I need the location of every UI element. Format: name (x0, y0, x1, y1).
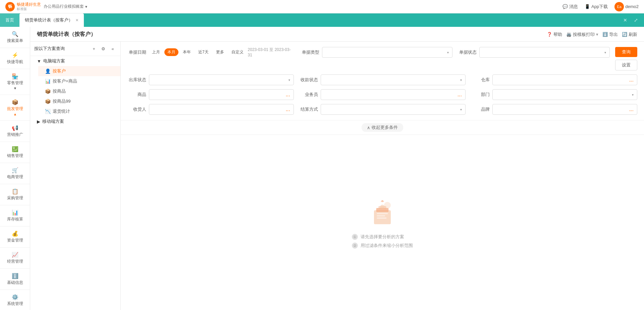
tree-item-by-customer[interactable]: 👤 按客户 (38, 66, 120, 76)
doc-type-select[interactable]: ▾ (322, 47, 452, 58)
tab-home[interactable]: 首页 (0, 13, 19, 27)
date-btn-last-7[interactable]: 近7天 (195, 48, 212, 56)
date-btn-this-year[interactable]: 本年 (180, 48, 194, 56)
sidebar-item-inventory[interactable]: 📊 库存核算 (0, 205, 30, 226)
pay-status-label: 收款状态 (299, 77, 318, 83)
filter-brand: 品牌 ... (471, 104, 637, 115)
add-scheme-button[interactable]: + (90, 45, 98, 52)
tree-group-pc: ▼ 电脑端方案 👤 按客户 📊 按客户+商品 (30, 56, 120, 116)
brand-dots[interactable]: ... (629, 106, 634, 112)
scheme-settings-button[interactable]: ⚙ (100, 45, 107, 52)
filter-goods: 商品 ... (127, 89, 294, 100)
download-icon: 📱 (585, 4, 590, 9)
tab-expand-button[interactable]: ⤢ (632, 16, 640, 24)
tab-sales-stats[interactable]: 销货单统计表（按客户） ✕ (19, 13, 84, 27)
tab-close-all-button[interactable]: ✕ (621, 16, 629, 24)
sidebar-item-basic-info[interactable]: ℹ️ 基础信息 (0, 269, 30, 290)
warehouse-dots[interactable]: ... (629, 77, 634, 83)
filter-pay-status: 收款状态 ▾ (299, 74, 466, 85)
goods-select[interactable]: ... (149, 89, 294, 100)
sidebar-item-finance[interactable]: 💰 资金管理 (0, 226, 30, 248)
logo-area: 畅 畅捷通好生意 标准版 (5, 2, 41, 11)
collapse-up-icon: ∧ (367, 125, 370, 130)
refresh-button[interactable]: 🔄 刷新 (622, 32, 637, 38)
warehouse-select[interactable]: ... (492, 74, 637, 85)
department-select[interactable]: ▾ (492, 89, 637, 100)
collapse-button[interactable]: ∧ 收起更多条件 (362, 123, 403, 132)
return-icon: 📉 (45, 109, 51, 114)
tab-bar-actions: ✕ ⤢ (621, 16, 644, 24)
sidebar-item-wholesale-mgmt[interactable]: 📦 批发管理 ▴ (0, 95, 30, 121)
sidebar-item-marketing[interactable]: 📢 营销推广 (0, 121, 30, 142)
filter-row-2: 出库状态 ▾ 收款状态 ▾ (127, 74, 637, 85)
message-button[interactable]: 💬 消息 (562, 4, 578, 10)
user-profile[interactable]: Ea demo2 (614, 2, 639, 11)
help-button[interactable]: ❓ 帮助 (547, 32, 562, 38)
consignee-label: 收货人 (127, 106, 146, 112)
ecommerce-icon: 🛒 (3, 167, 27, 173)
hint-num-1: ① (352, 234, 358, 240)
sidebar-item-system[interactable]: ⚙️ 系统管理 (0, 290, 30, 310)
app-download-button[interactable]: 📱 App下载 (585, 4, 608, 10)
settings-button[interactable]: 设置 (615, 60, 637, 70)
sidebar-item-search-menu[interactable]: 🔍 搜索菜单 (0, 27, 30, 48)
filter-salesperson: 业务员 ... (299, 89, 466, 100)
brand-select[interactable]: ... (492, 104, 637, 115)
template-print-button[interactable]: 🖨️ 按模板打印 ▾ (566, 32, 598, 38)
pay-status-select[interactable]: ▾ (321, 74, 466, 85)
filter-department: 部门 ▾ (471, 89, 637, 100)
goods-dots[interactable]: ... (286, 92, 290, 98)
system-icon: ⚙️ (3, 294, 27, 300)
date-btn-last-month[interactable]: 上月 (149, 48, 163, 56)
tab-close-icon[interactable]: ✕ (75, 18, 78, 22)
customer-goods-icon: 📊 (45, 79, 51, 84)
payment-method-select[interactable]: ▾ (321, 104, 466, 115)
left-panel-header: 按以下方案查询 + ⚙ « (30, 42, 120, 56)
tree-item-by-goods[interactable]: 📦 按商品 (38, 86, 120, 96)
tree-item-return-stats[interactable]: 📉 退货统计 (38, 106, 120, 116)
salesperson-dots[interactable]: ... (458, 92, 462, 98)
doc-type-label: 单据类型 (301, 49, 319, 55)
export-button[interactable]: ⬇️ 导出 (602, 32, 618, 38)
out-status-select[interactable]: ▾ (149, 74, 294, 85)
doc-status-arrow: ▾ (604, 51, 606, 54)
doc-status-select[interactable]: ▾ (479, 47, 610, 58)
sidebar-item-sales-mgmt[interactable]: 💹 销售管理 (0, 142, 30, 163)
tree-parent-pc[interactable]: ▼ 电脑端方案 (33, 56, 120, 66)
message-icon: 💬 (562, 4, 568, 9)
filter-out-status: 出库状态 ▾ (127, 74, 294, 85)
date-btn-this-month[interactable]: 本月 (164, 48, 178, 56)
filter-date: 单据日期 上月 本月 本年 近7天 更多 自定义 2023-03-01 至 20… (127, 47, 295, 57)
left-panel-title: 按以下方案查询 (34, 46, 65, 52)
sidebar-item-quick-nav[interactable]: ⚡ 快捷导航 (0, 48, 30, 69)
breadcrumb-dropdown[interactable]: 办公用品行业模拟账套 ▾ (44, 4, 87, 9)
consignee-dots[interactable]: ... (286, 106, 290, 112)
collapse-panel-button[interactable]: « (109, 45, 116, 52)
salesperson-select[interactable]: ... (321, 89, 466, 100)
logo-icon: 畅 (5, 2, 15, 11)
date-btn-custom[interactable]: 自定义 (228, 48, 247, 56)
brand-label: 品牌 (471, 106, 490, 112)
tree-item-by-customer-goods[interactable]: 📊 按客户+商品 (38, 76, 120, 86)
sales-icon: 💹 (3, 146, 27, 152)
sidebar-item-purchase[interactable]: 📋 采购管理 (0, 184, 30, 205)
consignee-select[interactable]: ... (149, 104, 294, 115)
tree-item-by-goods-99[interactable]: 📦 按商品99 (38, 96, 120, 106)
date-btn-more[interactable]: 更多 (213, 48, 227, 56)
wholesale-icon: 📦 (3, 99, 27, 105)
tab-bar: 首页 销货单统计表（按客户） ✕ ✕ ⤢ (0, 13, 644, 27)
sidebar-item-business[interactable]: 📈 经营管理 (0, 248, 30, 269)
department-arrow: ▾ (632, 93, 634, 97)
pay-status-arrow: ▾ (460, 78, 462, 82)
tree-parent-mobile[interactable]: ▶ 移动端方案 (33, 116, 120, 126)
sidebar-item-retail-mgmt[interactable]: 🏪 零售管理 ▾ (0, 69, 30, 95)
page-actions: ❓ 帮助 🖨️ 按模板打印 ▾ ⬇️ 导出 � (547, 32, 637, 38)
date-buttons: 上月 本月 本年 近7天 更多 自定义 2023-03-01 至 2023-03… (149, 47, 295, 57)
inventory-icon: 📊 (3, 209, 27, 216)
svg-point-7 (384, 202, 391, 209)
svg-rect-6 (377, 217, 386, 218)
payment-method-label: 结算方式 (299, 106, 318, 112)
query-button[interactable]: 查询 (615, 47, 637, 57)
filter-warehouse: 仓库 ... (471, 74, 637, 85)
sidebar-item-ecommerce[interactable]: 🛒 电商管理 (0, 163, 30, 184)
